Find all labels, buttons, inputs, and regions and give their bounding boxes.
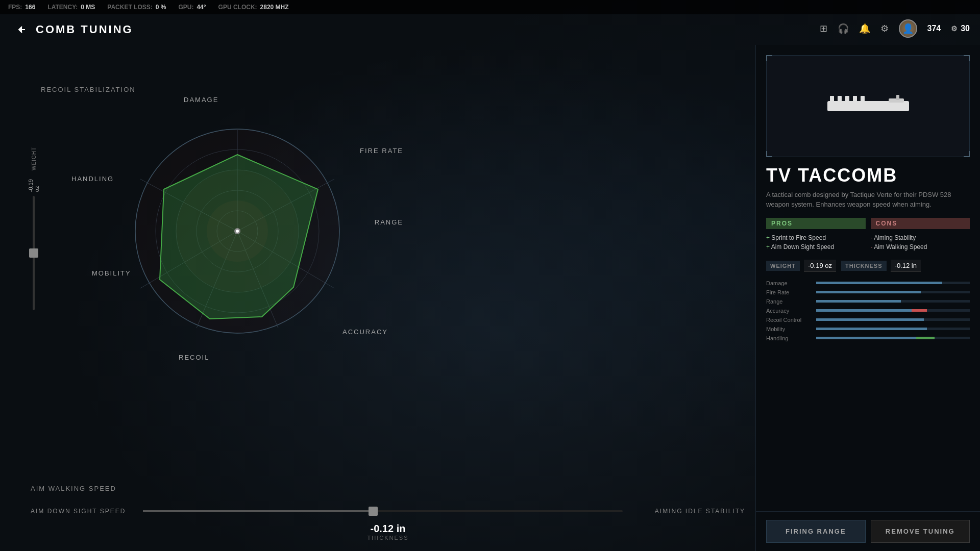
svg-rect-25 [861,96,865,102]
thickness-val: -0.12 in [891,260,921,272]
pros-header: PROS [766,218,866,229]
svg-rect-23 [845,96,849,102]
packet-loss-label: PACKET LOSS: [107,4,152,11]
cons-header: CONS [871,218,970,229]
damage-label: DAMAGE [184,96,218,104]
weight-thickness: WEIGHT -0.19 oz THICKNESS -0.12 in [756,260,980,280]
notification-icon[interactable]: 🔔 [859,23,870,34]
mobility-label: MOBILITY [92,269,131,277]
nav-right: ⊞ 🎧 🔔 ⚙ 👤 374 ⚙ 30 [820,19,970,38]
cons-item-2: Aim Walking Speed [871,242,970,252]
currency-1-value: 374 [927,24,941,33]
stat-handling-fill [816,337,916,339]
pros-item-1: Sprint to Fire Speed [766,233,866,242]
stat-range: Range [766,298,970,305]
avatar[interactable]: 👤 [899,19,917,38]
latency-label: LATENCY: [47,4,78,11]
radar-labels: DAMAGE FIRE RATE RANGE ACCURACY RECOIL M… [71,96,403,366]
recoil-stabilization-label: RECOIL STABILIZATION [41,86,136,93]
thickness-display: -0.12 in THICKNESS [31,523,745,541]
recoil-label: RECOIL [179,354,209,361]
currency-2-icon: ⚙ [951,24,958,33]
corner-bl [766,151,772,157]
nav-bar: COMB TUNING ⊞ 🎧 🔔 ⚙ 👤 374 ⚙ 30 [0,14,980,45]
aim-down-sight-slider[interactable] [143,510,623,512]
stat-handling-green [916,337,935,339]
thickness-axis-label: THICKNESS [31,535,745,541]
corner-tr [964,55,970,61]
weight-slider-thumb[interactable] [29,248,38,258]
gpu-clock-value: 2820 MHZ [260,4,289,11]
stat-mobility-bar [816,328,970,330]
fps-value: 166 [25,4,35,11]
stat-recoil: Recoil Control [766,317,970,323]
stat-accuracy-accent [912,309,927,312]
stat-fire-rate-bar [816,291,970,293]
stat-recoil-bar [816,318,970,321]
fps-label: FPS: [8,4,22,11]
stat-damage: Damage [766,280,970,286]
stat-damage-label: Damage [766,280,812,286]
gpu-value: 44° [197,4,206,11]
bottom-section: AIM WALKING SPEED AIM DOWN SIGHT SPEED A… [31,485,745,541]
fire-rate-label: FIRE RATE [360,147,403,155]
aim-walking-label: AIM WALKING SPEED [31,485,745,492]
aim-down-sight-thumb[interactable] [369,507,378,516]
thickness-label: THICKNESS [841,261,887,271]
weapon-image-area [766,55,970,157]
item-name: TV TACCOMB [756,157,980,190]
headphones-icon[interactable]: 🎧 [838,23,849,34]
page-title: COMB TUNING [36,23,133,36]
thickness-value: -0.12 in [31,523,745,535]
gpu-clock-label: GPU CLOCK: [218,4,257,11]
weight-box: WEIGHT -0.19 oz [766,260,836,272]
remove-tuning-button[interactable]: REMOVE TUNING [871,520,970,543]
stat-recoil-fill [816,318,924,321]
gpu-stat: GPU: 44° [178,4,206,11]
pros-box: PROS Sprint to Fire Speed Aim Down Sight… [766,218,866,252]
handling-label: HANDLING [71,175,114,183]
stat-fire-rate: Fire Rate [766,289,970,295]
fps-stat: FPS: 166 [8,4,35,11]
svg-rect-24 [853,96,857,102]
corner-br [964,151,970,157]
stat-accuracy-bar [816,309,970,312]
latency-value: 0 MS [81,4,95,11]
stat-accuracy-fill [816,309,912,312]
left-panel: RECOIL STABILIZATION WEIGHT -0.19 oz DAM… [0,45,755,551]
currency-2: ⚙ 30 [951,24,970,33]
cons-item-1: Aiming Stability [871,233,970,242]
accuracy-label: ACCURACY [342,328,388,336]
stat-damage-bar [816,282,970,284]
aim-down-sight-label: AIM DOWN SIGHT SPEED [31,508,133,515]
stat-mobility: Mobility [766,326,970,332]
svg-rect-21 [830,96,834,102]
bottom-buttons: FIRING RANGE REMOVE TUNING [756,511,980,551]
gpu-clock-stat: GPU CLOCK: 2820 MHZ [218,4,289,11]
weight-label: WEIGHT [766,261,800,271]
radar-chart: DAMAGE FIRE RATE RANGE ACCURACY RECOIL M… [71,96,403,366]
currency-1: 374 [927,24,941,33]
weight-slider-track[interactable] [33,196,35,310]
right-panel: TV TACCOMB A tactical comb designed by T… [755,45,980,551]
aim-down-sight-row: AIM DOWN SIGHT SPEED AIMING IDLE STABILI… [31,508,745,515]
stat-handling-bar [816,337,970,339]
pros-cons: PROS Sprint to Fire Speed Aim Down Sight… [756,218,980,260]
packet-loss-value: 0 % [156,4,166,11]
stat-accuracy-label: Accuracy [766,308,812,314]
settings-icon[interactable]: ⚙ [880,23,889,34]
weight-slider[interactable]: WEIGHT -0.19 oz [31,147,37,310]
stat-recoil-label: Recoil Control [766,317,812,323]
stat-fire-rate-fill [816,291,921,293]
pros-item-2: Aim Down Sight Speed [766,242,866,252]
stat-accuracy: Accuracy [766,308,970,314]
stat-handling-label: Handling [766,335,812,341]
cons-box: CONS Aiming Stability Aim Walking Speed [871,218,970,252]
firing-range-button[interactable]: FIRING RANGE [766,520,866,543]
grid-icon[interactable]: ⊞ [820,23,827,34]
packet-loss-stat: PACKET LOSS: 0 % [107,4,166,11]
gpu-label: GPU: [178,4,193,11]
main-content: RECOIL STABILIZATION WEIGHT -0.19 oz DAM… [0,45,980,551]
corner-tl [766,55,772,61]
back-button[interactable] [10,19,31,40]
